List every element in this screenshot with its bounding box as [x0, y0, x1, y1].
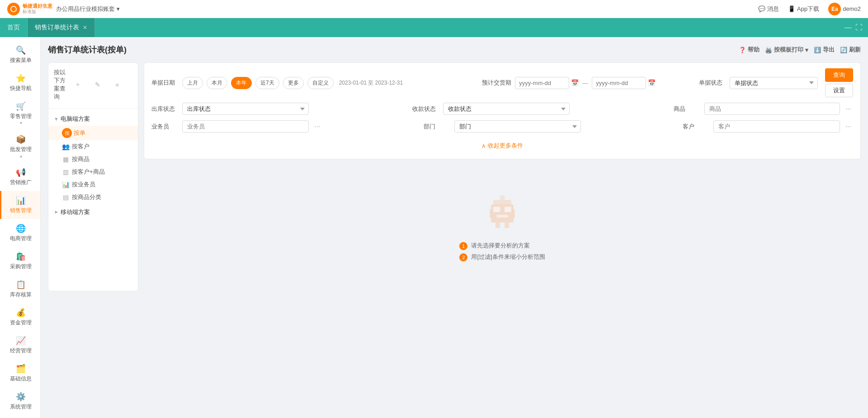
logo-area: 畅捷通好生意 标准版 [7, 3, 52, 15]
logo-subtitle: 标准版 [23, 9, 52, 14]
tab-home[interactable]: 首页 [0, 18, 28, 37]
ecommerce-icon: 🌐 [16, 223, 26, 233]
page-title: 销售订单统计表(按单) [48, 44, 127, 55]
empty-step-2: 2 用[过滤]条件来缩小分析范围 [459, 253, 545, 261]
template-print-btn[interactable]: 🖨️ 按模板打印 ▾ [765, 46, 808, 54]
goods-more-icon[interactable]: ··· [844, 103, 853, 115]
svg-rect-6 [512, 209, 515, 218]
expand-arrow-icon: ▼ [54, 116, 59, 122]
export-btn[interactable]: ⬇️ 导出 [814, 46, 835, 54]
refresh-icon: 🔄 [840, 47, 847, 53]
filter-area: 单据日期 上月 本月 本年 近7天 更多 自定义 2023-01-01 至 20… [144, 62, 861, 159]
sidebar-item-basic[interactable]: 🗂️ 基础信息 [0, 359, 40, 387]
tab-minimize-icon[interactable]: — [844, 24, 852, 32]
desktop-scheme-parent[interactable]: ▼ 电脑端方案 [48, 112, 138, 126]
logo-icon [7, 3, 20, 15]
sidebar-item-ecommerce[interactable]: 🌐 电商管理 [0, 219, 40, 247]
body-layout: 按以下方案查询 ＋ ✎ « ▼ 电脑端方案 按 按单 👥 按客户 [48, 62, 861, 291]
mobile-scheme-parent[interactable]: ▼ 移动端方案 [48, 205, 138, 219]
date-btn-this-year[interactable]: 本年 [231, 77, 252, 89]
collapse-more-btn[interactable]: ∧ 收起更多条件 [478, 138, 527, 153]
header-left: 畅捷通好生意 标准版 办公用品行业模拟账套 ▾ [7, 3, 120, 15]
sidebar-item-wholesale[interactable]: 📦 批发管理 ▴ [0, 130, 40, 163]
scheme-按客户商品[interactable]: ▥ 按客户+商品 [48, 166, 138, 178]
page-header: 销售订单统计表(按单) ❓ 帮助 🖨️ 按模板打印 ▾ ⬇️ 导出 🔄 刷新 [48, 44, 861, 55]
sidebar-item-inventory[interactable]: 📋 库存核算 [0, 275, 40, 303]
operation-icon: 📈 [16, 336, 26, 346]
svg-rect-9 [493, 200, 511, 205]
help-btn[interactable]: ❓ 帮助 [739, 46, 760, 54]
ship-status-select[interactable]: 出库状态 [182, 103, 309, 115]
add-scheme-icon[interactable]: ＋ [75, 81, 92, 89]
sidebar-item-operation[interactable]: 📈 经营管理 [0, 331, 40, 359]
empty-illustration [480, 186, 525, 232]
calendar-start-icon[interactable]: 📅 [571, 79, 579, 86]
refresh-btn[interactable]: 🔄 刷新 [840, 46, 861, 54]
date-btn-more[interactable]: 更多 [283, 77, 304, 89]
sidebar-item-cooperation[interactable]: 🤝 企业协同 [0, 415, 40, 418]
download-icon: 📱 [788, 5, 795, 12]
filter-row-ship: 出库状态 出库状态 收款状态 收款状态 商品 ··· [151, 103, 853, 115]
expected-date-label: 预计交货期 [482, 79, 511, 87]
top-header: 畅捷通好生意 标准版 办公用品行业模拟账套 ▾ 💬 消息 📱 App下载 Ea … [0, 0, 868, 18]
scheme-按单[interactable]: 按 按单 [48, 126, 138, 140]
step1-num: 1 [459, 242, 467, 250]
inventory-icon: 📋 [16, 280, 26, 290]
customer-more-icon[interactable]: ··· [844, 121, 853, 133]
department-select[interactable]: 部门 [454, 120, 581, 133]
expand-arrow-mobile-icon: ▼ [53, 210, 59, 215]
sidebar-item-shortcut[interactable]: ⭐ 快捷导航 [0, 69, 40, 97]
salesperson-input[interactable] [182, 120, 309, 133]
expected-date-end-input[interactable] [592, 77, 646, 89]
svg-rect-2 [493, 207, 500, 212]
scheme-按业务员[interactable]: 📊 按业务员 [48, 178, 138, 191]
sidebar-item-sales[interactable]: 📊 销售管理 [0, 191, 40, 219]
tab-sales-stat[interactable]: 销售订单统计表 ✕ [28, 18, 95, 37]
svg-rect-5 [490, 209, 492, 218]
order-status-select[interactable]: 单据状态 [730, 77, 818, 89]
sidebar-item-retail[interactable]: 🛒 零售管理 ▾ [0, 97, 40, 130]
app-download-btn[interactable]: 📱 App下载 [788, 5, 819, 13]
expected-date-start-input[interactable] [515, 77, 569, 89]
customer-input[interactable] [713, 120, 840, 133]
settings-btn[interactable]: 设置 [825, 84, 853, 97]
tab-maximize-icon[interactable]: ⛶ [855, 24, 863, 32]
collapse-left-icon[interactable]: « [116, 81, 133, 88]
calendar-end-icon[interactable]: 📅 [648, 79, 656, 86]
messages-btn[interactable]: 💬 消息 [758, 5, 779, 13]
query-btn[interactable]: 查询 [825, 68, 853, 82]
marketing-icon: 📢 [16, 167, 26, 177]
date-btn-last-7-days[interactable]: 近7天 [255, 77, 279, 89]
finance-icon: 💰 [16, 308, 26, 318]
salesperson-more-icon[interactable]: ··· [312, 121, 322, 133]
edit-scheme-icon[interactable]: ✎ [95, 81, 112, 88]
expected-date-end-group: 📅 [592, 77, 656, 89]
scheme-按商品分类[interactable]: ▤ 按商品分类 [48, 191, 138, 204]
user-profile[interactable]: Ea demo2 [828, 3, 861, 15]
chevron-up-icon: ∧ [481, 142, 486, 149]
date-btn-custom[interactable]: 自定义 [307, 77, 334, 89]
payment-status-select[interactable]: 收款状态 [443, 103, 570, 115]
avatar: Ea [828, 3, 841, 15]
help-icon: ❓ [739, 47, 746, 53]
date-btn-this-month[interactable]: 本月 [207, 77, 227, 89]
main-content: 销售订单统计表(按单) ❓ 帮助 🖨️ 按模板打印 ▾ ⬇️ 导出 🔄 刷新 [41, 37, 868, 418]
tab-close-icon[interactable]: ✕ [83, 24, 87, 31]
sidebar-item-purchase[interactable]: 🛍️ 采购管理 [0, 247, 40, 275]
header-right: 💬 消息 📱 App下载 Ea demo2 [758, 3, 861, 15]
order-status-label: 单据状态 [699, 79, 726, 87]
category-icon: ▤ [62, 194, 69, 201]
date-filter-label: 单据日期 [151, 79, 179, 87]
retail-icon: 🛒 [16, 101, 26, 111]
app-selector[interactable]: 办公用品行业模拟账套 ▾ [56, 5, 120, 13]
sidebar-item-finance[interactable]: 💰 资金管理 [0, 303, 40, 331]
sidebar-item-marketing[interactable]: 📢 营销推广 [0, 163, 40, 191]
scheme-按客户[interactable]: 👥 按客户 [48, 140, 138, 153]
sidebar-item-search[interactable]: 🔍 搜索菜单 [0, 41, 40, 69]
date-range-display: 2023-01-01 至 2023-12-31 [339, 79, 403, 87]
date-btn-last-month[interactable]: 上月 [182, 77, 203, 89]
svg-rect-3 [505, 207, 511, 212]
scheme-按商品[interactable]: ▦ 按商品 [48, 153, 138, 166]
goods-input[interactable] [704, 103, 840, 115]
sidebar-item-system[interactable]: ⚙️ 系统管理 [0, 387, 40, 415]
